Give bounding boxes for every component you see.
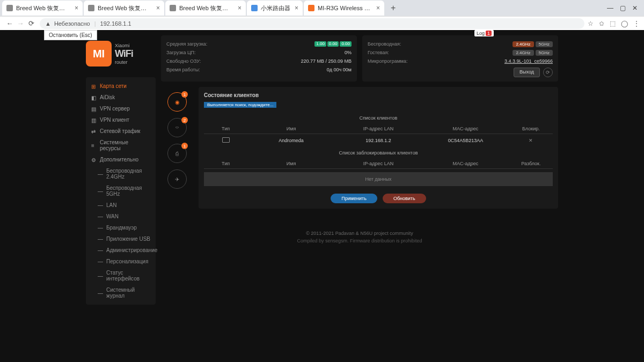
sidebar-sub-5ghz[interactable]: — Беспроводная 5GHz	[86, 182, 156, 200]
sidebar-item-vpn-server[interactable]: ▤VPN сервер	[86, 103, 156, 114]
progress-text: Выполняется поиск, подождите...	[204, 102, 276, 108]
sidebar-item-traffic[interactable]: ⇄Сетевой трафик	[86, 125, 156, 137]
tab-3[interactable]: Breed Web 恢复控制台×	[165, 1, 246, 16]
close-icon[interactable]: ×	[238, 4, 241, 12]
profile-icon[interactable]: ◯	[621, 20, 628, 27]
icon-stack: ◉1 ⌔2 ⎙1 ✈	[161, 87, 193, 209]
sidebar-sub-usb[interactable]: — Приложение USB	[86, 233, 156, 245]
url-text: 192.168.1.1	[100, 20, 131, 27]
clients-icon[interactable]: ◉1	[167, 92, 187, 112]
tab-4[interactable]: 小米路由器×	[247, 1, 303, 16]
network-icon: ⊞	[91, 84, 97, 89]
wifi-icon[interactable]: ⌔2	[167, 118, 187, 137]
apply-button[interactable]: Применить	[331, 194, 377, 203]
traffic-icon: ⇄	[91, 129, 97, 134]
sidebar: ⊞Карта сети ◧AiDisk ▤VPN сервер ▥VPN кли…	[86, 77, 156, 305]
address-input[interactable]: ▲ Небезопасно | 192.168.1.1	[40, 18, 584, 29]
refresh-button[interactable]: Обновить	[383, 194, 426, 203]
stats-box: Средняя загрузка:1.000.000.00 Загрузка Ц…	[161, 35, 357, 82]
router-ui: Log1 MI Xiaomi WiFi router ⊞Карта сети ◧…	[0, 30, 644, 362]
block-icon[interactable]: ✕	[529, 138, 533, 143]
tab-2[interactable]: Breed Web 恢复控制台×	[84, 1, 164, 16]
gear-icon: ⚙	[91, 157, 97, 162]
restart-icon[interactable]: ⟳	[543, 68, 553, 77]
menu-icon[interactable]: ⋮	[633, 20, 640, 27]
clients-title: Состояние клиентов	[204, 92, 553, 98]
forward-button[interactable]: →	[15, 19, 26, 27]
minimize-icon[interactable]: —	[607, 4, 613, 12]
sidebar-sub-personal[interactable]: — Персонализация	[86, 256, 156, 267]
sidebar-sub-wan[interactable]: — WAN	[86, 211, 156, 222]
tab-bar: Breed Web 恢复控制台× Breed Web 恢复控制台× Breed …	[0, 0, 644, 16]
resources-icon: ≡	[91, 143, 97, 148]
disk-icon: ◧	[91, 95, 97, 100]
info-box: Беспроводная:2.4GHz5GHz Гостевая:2.4GHz5…	[362, 35, 558, 82]
sidebar-sub-lan[interactable]: — LAN	[86, 200, 156, 211]
logout-button[interactable]: Выход	[514, 68, 540, 77]
sidebar-sub-admin[interactable]: — Администрирование	[86, 245, 156, 256]
tab-5[interactable]: MI-R3G Wireless Router×	[304, 1, 384, 16]
close-icon[interactable]: ×	[75, 4, 78, 12]
reload-tooltip: Остановить (Esc)	[44, 30, 97, 40]
sidebar-sub-24ghz[interactable]: — Беспроводная 2.4GHz	[86, 165, 156, 182]
back-button[interactable]: ←	[4, 19, 15, 27]
log-badge[interactable]: Log1	[474, 30, 494, 36]
window-close-icon[interactable]: ✕	[632, 4, 638, 12]
footer: © 2011-2021 Padavan & N56U project commu…	[161, 230, 558, 245]
internet-icon[interactable]: ✈	[167, 169, 187, 189]
tab-1[interactable]: Breed Web 恢复控制台×	[2, 1, 83, 16]
device-icon	[222, 137, 230, 143]
clients-panel: Состояние клиентов Выполняется поиск, по…	[199, 87, 558, 209]
logo: MI Xiaomi WiFi router	[86, 35, 156, 77]
no-data-row: Нет данных	[204, 172, 553, 186]
reload-button[interactable]: ⟳	[26, 19, 36, 27]
sidebar-sub-ifstatus[interactable]: — Статус интерфейсов	[86, 267, 156, 284]
extension-icon[interactable]: ⬚	[610, 20, 616, 27]
client-list-header: Список клиентов	[204, 115, 553, 121]
server-icon: ▤	[91, 106, 97, 112]
client-icon: ▥	[91, 117, 97, 123]
table-header: Тип Имя IP-адрес LAN MAC-адрес Блокир.	[204, 124, 553, 134]
sidebar-sub-firewall[interactable]: — Брандмауэр	[86, 222, 156, 233]
mi-logo-icon: MI	[86, 41, 112, 67]
sidebar-item-advanced[interactable]: ⚙Дополнительно	[86, 154, 156, 165]
sidebar-item-vpn-client[interactable]: ▥VPN клиент	[86, 114, 156, 125]
blocked-list-header: Список заблокированных клиентов	[204, 150, 553, 156]
close-icon[interactable]: ×	[376, 4, 380, 12]
browser-chrome: Breed Web 恢复控制台× Breed Web 恢复控制台× Breed …	[0, 0, 644, 30]
close-icon[interactable]: ×	[295, 4, 298, 12]
favorites-icon[interactable]: ✩	[599, 20, 604, 27]
sidebar-item-resources[interactable]: ≡Системные ресурсы	[86, 137, 156, 154]
sidebar-item-map[interactable]: ⊞Карта сети	[86, 80, 156, 92]
sidebar-sub-syslog[interactable]: — Системный журнал	[86, 284, 156, 301]
table-row[interactable]: Andromeda 192.168.1.2 0C54A5B213AA ✕	[204, 134, 553, 147]
usb-icon[interactable]: ⎙1	[167, 144, 187, 163]
address-bar: ← → ⟳ ▲ Небезопасно | 192.168.1.1 ☆ ✩ ⬚ …	[0, 16, 644, 30]
maximize-icon[interactable]: ▢	[620, 4, 626, 12]
warning-icon: ▲	[45, 20, 51, 27]
sidebar-item-aidisk[interactable]: ◧AiDisk	[86, 92, 156, 103]
blocked-table-header: Тип Имя IP-адрес LAN MAC-адрес Разблок.	[204, 159, 553, 169]
new-tab-button[interactable]: +	[385, 3, 401, 13]
close-icon[interactable]: ×	[156, 4, 160, 12]
bookmark-icon[interactable]: ☆	[588, 20, 594, 27]
